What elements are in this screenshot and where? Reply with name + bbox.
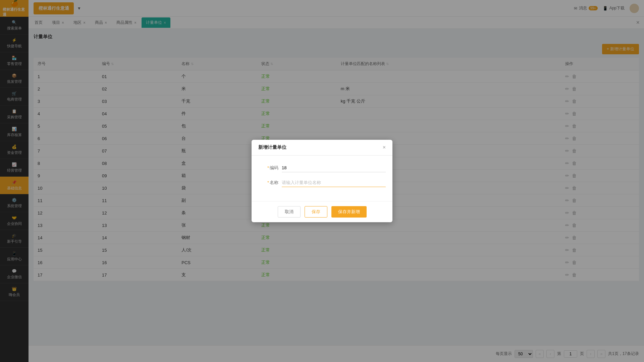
name-input[interactable]	[282, 178, 386, 187]
modal-dialog: 新增计量单位 × *编码 *名称 取消 保存 保存并新增	[252, 140, 392, 222]
code-form-row: *编码	[258, 164, 386, 172]
name-form-row: *名称	[258, 178, 386, 187]
name-label: *名称	[258, 180, 278, 186]
code-label: *编码	[258, 165, 278, 171]
save-button[interactable]: 保存	[305, 206, 327, 218]
cancel-button[interactable]: 取消	[278, 206, 301, 218]
code-input[interactable]	[282, 164, 386, 172]
modal-title: 新增计量单位	[258, 144, 286, 150]
modal-footer: 取消 保存 保存并新增	[252, 201, 392, 222]
modal-body: *编码 *名称	[252, 156, 392, 201]
modal-header: 新增计量单位 ×	[252, 140, 392, 156]
save-new-button[interactable]: 保存并新增	[331, 206, 367, 218]
modal-close-button[interactable]: ×	[383, 145, 386, 150]
modal-overlay[interactable]: 新增计量单位 × *编码 *名称 取消 保存 保存并新增	[0, 0, 644, 362]
